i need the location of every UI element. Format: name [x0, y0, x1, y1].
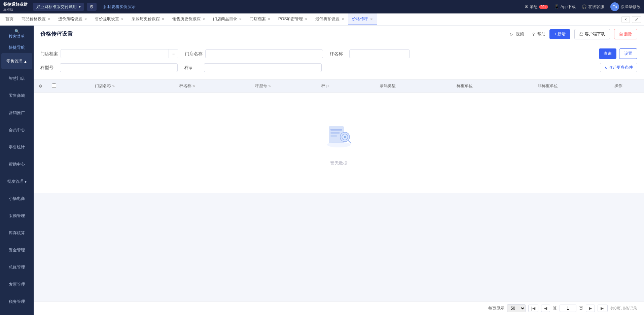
video-icon: ▷: [510, 32, 513, 37]
tab-pos-management-close[interactable]: ×: [305, 17, 307, 22]
empty-state: 暂无数据: [34, 93, 644, 193]
demo-link[interactable]: ◎ 我要看实例演示: [103, 4, 136, 10]
sidebar-item-retail-stats[interactable]: 零售统计: [1, 139, 32, 155]
online-service-button[interactable]: 🎧 在线客服: [582, 4, 604, 10]
filter-row-2: 秤型号 秤ip ∧ 收起更多条件: [40, 63, 637, 72]
tab-price-scale-label: 价格传秤: [352, 16, 368, 22]
tab-sale-price-close[interactable]: ×: [121, 17, 123, 22]
tab-home[interactable]: 首页: [1, 13, 17, 25]
version-dropdown[interactable]: 好业财标准版交付试用 ▾: [33, 3, 84, 11]
filter-scale-model-input[interactable]: [60, 63, 178, 72]
filter-scale-ip-input[interactable]: [204, 63, 322, 72]
svg-rect-4: [330, 135, 337, 137]
tab-min-discount[interactable]: 最低折扣设置 ×: [311, 13, 348, 25]
filter-store-archive-input[interactable]: [61, 50, 169, 58]
th-weight-unit: 称重单位: [426, 80, 503, 93]
sidebar-quick-nav-label: 快捷导航: [9, 45, 25, 50]
table-header-row: ⚙ 门店名称 ⇅: [34, 80, 644, 93]
tab-store-archive-close[interactable]: ×: [268, 17, 270, 22]
tab-store-catalog[interactable]: 门店商品目录 ×: [209, 13, 246, 25]
tab-product-price-close[interactable]: ×: [48, 17, 50, 22]
table-wrapper: ⚙ 门店名称 ⇅: [34, 80, 644, 301]
select-all-checkbox[interactable]: [52, 83, 56, 88]
sidebar-item-tax[interactable]: 税务管理: [1, 293, 32, 309]
th-scale-model-sort[interactable]: 秤型号 ⇅: [255, 83, 271, 89]
sidebar-item-ledger[interactable]: 总账管理: [1, 259, 32, 275]
message-button[interactable]: ✉ 消息 99+: [525, 4, 548, 10]
tab-purchase-history-close[interactable]: ×: [162, 17, 164, 22]
query-button[interactable]: 查询: [599, 48, 616, 59]
tab-store-archive[interactable]: 门店档案 ×: [246, 13, 274, 25]
settings-gear-button[interactable]: ⚙: [87, 3, 97, 11]
add-button[interactable]: + 新增: [549, 29, 570, 39]
th-checkbox[interactable]: [47, 80, 61, 93]
sidebar-item-finance[interactable]: 资金管理: [1, 242, 32, 258]
sidebar-ledger-label: 总账管理: [9, 265, 25, 270]
tab-purchase-history[interactable]: 采购历史价跟踪 ×: [128, 13, 168, 25]
tab-min-discount-close[interactable]: ×: [342, 17, 344, 22]
th-store-name-label: 门店名称: [95, 83, 111, 89]
per-page-select[interactable]: 50 10 20 100: [507, 304, 526, 312]
sidebar-item-inventory[interactable]: 库存核算: [1, 225, 32, 241]
user-menu[interactable]: Ea 徐泽华修改: [610, 2, 641, 11]
page-header: 价格传秤设置 ▷ 视频 ? 帮助 + 新增 凸 客户端下载: [34, 26, 644, 43]
tab-store-catalog-close[interactable]: ×: [239, 17, 242, 22]
th-barcode-type: 条码类型: [349, 80, 426, 93]
th-settings[interactable]: ⚙: [34, 80, 47, 93]
sidebar-item-retail-management[interactable]: 零售管理 ▲: [1, 53, 32, 69]
page-last-button[interactable]: ▶|: [598, 305, 608, 312]
page-first-button[interactable]: |◀: [528, 305, 538, 312]
th-non-weight-unit-label: 非称重单位: [538, 83, 558, 88]
sidebar-wholesale-label: 批发管理: [7, 179, 24, 184]
sidebar-member-label: 会员中心: [9, 127, 25, 133]
sidebar-finance-label: 资金管理: [9, 247, 25, 253]
th-store-name-sort[interactable]: 门店名称 ⇅: [95, 83, 115, 89]
close-tab-button[interactable]: ×: [621, 16, 630, 23]
tab-product-price[interactable]: 商品价格设置 ×: [17, 13, 54, 25]
download-button-label: 凸 客户端下载: [579, 31, 605, 37]
collapse-button[interactable]: ∧ 收起更多条件: [600, 63, 637, 72]
th-barcode-type-label: 条码类型: [380, 83, 396, 88]
filter-settings-button[interactable]: 设置: [619, 48, 637, 59]
filter-scale-name-input[interactable]: [349, 49, 410, 58]
svg-point-8: [344, 136, 346, 138]
sidebar-item-member[interactable]: 会员中心: [1, 122, 32, 138]
filter-store-name-input[interactable]: [205, 49, 323, 58]
svg-rect-3: [330, 132, 340, 134]
sidebar-item-invoice[interactable]: 发票管理: [1, 276, 32, 292]
tab-sale-history[interactable]: 销售历史价跟踪 ×: [168, 13, 209, 25]
per-page-label: 每页显示: [488, 306, 504, 311]
sidebar-bottom-settings[interactable]: ⚙: [0, 310, 34, 315]
th-store-name: 门店名称 ⇅: [61, 80, 149, 93]
sort-icon-3: ⇅: [268, 84, 271, 88]
sidebar-item-marketing[interactable]: 营销推广: [1, 105, 32, 120]
tab-purchase-strategy-close[interactable]: ×: [84, 17, 87, 22]
filter-store-archive-dots[interactable]: ···: [169, 49, 178, 58]
main-area: 🔍 搜索菜单 快捷导航 零售管理 ▲ 智慧门店 零售商城: [0, 26, 644, 315]
tab-price-scale[interactable]: 价格传秤 ×: [348, 13, 377, 25]
tab-price-scale-close[interactable]: ×: [370, 17, 372, 22]
tab-purchase-strategy[interactable]: 进价策略设置 ×: [54, 13, 91, 25]
sidebar-item-wholesale[interactable]: 批发管理 ▾: [1, 173, 32, 189]
sidebar-item-purchase[interactable]: 采购管理: [1, 208, 32, 223]
th-scale-name-sort[interactable]: 秤名称 ⇅: [179, 83, 195, 89]
tab-sale-price-label: 售价提取设置: [95, 16, 119, 22]
app-download-button[interactable]: 📱 App下载: [554, 4, 576, 10]
sidebar-search[interactable]: 🔍 搜索菜单: [0, 26, 34, 43]
page-prev-button[interactable]: ◀: [541, 305, 550, 312]
delete-button[interactable]: 自 删除: [614, 29, 637, 39]
download-button[interactable]: 凸 客户端下载: [574, 29, 610, 39]
page-input[interactable]: [560, 305, 576, 312]
tab-sale-price[interactable]: 售价提取设置 ×: [91, 13, 128, 25]
sidebar-quick-nav[interactable]: 快捷导航: [0, 43, 34, 53]
tab-pos-management[interactable]: POS加密管理 ×: [274, 13, 311, 25]
sidebar-item-help[interactable]: 帮助中心: [1, 156, 32, 172]
sidebar-item-smart-store[interactable]: 智慧门店: [1, 70, 32, 86]
page-next-button[interactable]: ▶: [586, 305, 595, 312]
tab-pos-management-label: POS加密管理: [278, 16, 303, 22]
sidebar-item-retail-mall[interactable]: 零售商城: [1, 88, 32, 103]
tab-sale-history-close[interactable]: ×: [203, 17, 205, 22]
sidebar-item-ecommerce[interactable]: 小畅电商: [1, 190, 32, 206]
page-word: 算: [553, 306, 557, 311]
maximize-tab-button[interactable]: ⤢: [632, 16, 641, 23]
